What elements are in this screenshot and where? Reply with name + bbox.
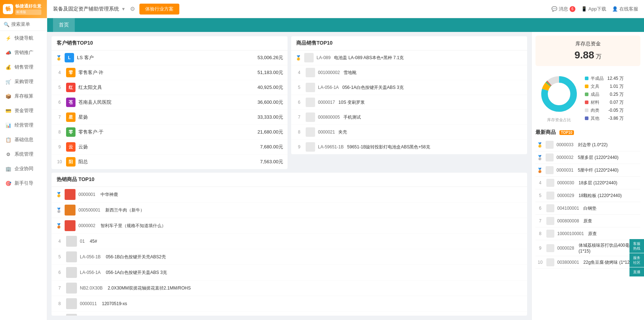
legend-item: 其他 -3.86 万 xyxy=(585,115,624,122)
marketing-icon: 📣 xyxy=(5,49,12,56)
sidebar-item-enterprise[interactable]: 🏢 企业协同 xyxy=(0,161,47,176)
trial-button[interactable]: 体验行业方案 xyxy=(139,4,179,15)
legend-item: 肉类 -0.05 万 xyxy=(585,107,624,114)
avatar: 云 xyxy=(66,142,76,152)
list-item: 🥈 0000032 5厘多层 (1220*2440) xyxy=(535,151,640,164)
direct-button[interactable]: 直播 xyxy=(629,267,644,276)
main-columns: 客户销售TOP10 🥇 L LS 客户 53,006.26元 4 xyxy=(52,36,527,169)
product-thumbnail xyxy=(546,258,554,266)
list-item: 10 阳 阳总 7,563.00元 xyxy=(52,155,288,169)
medal-icon: 🥉 xyxy=(56,223,62,229)
sidebar-item-finance[interactable]: 💳 资金管理 xyxy=(0,103,47,118)
legend-item: 文具 1.01 万 xyxy=(585,83,624,90)
customer-service-button[interactable]: 👤 在线客服 xyxy=(612,6,638,12)
hot-products-list: 🥇 0000001 中华神鹿 🥈 000500001 新西兰牛肉（新牛） 🥉 xyxy=(52,187,527,316)
product-image xyxy=(65,220,76,231)
service-icon: 👤 xyxy=(612,6,618,12)
product-image xyxy=(66,314,77,316)
sidebar-item-purchase[interactable]: 🛒 采购管理 xyxy=(0,74,47,89)
list-item: 🥉 0000031 5厘中纤 (1220*2440) xyxy=(535,164,640,177)
list-item: 4 001000002 雪地靴 xyxy=(291,65,527,80)
list-item: 5 0000029 18颗粒板 (1220*2440) xyxy=(535,189,640,202)
gear-icon[interactable]: ⚙ xyxy=(130,5,135,12)
product-image xyxy=(65,205,76,216)
product-sales-card: 商品销售TOP10 🥇 LA-089 电池盖 LA-089 ABS本色+黑种 7… xyxy=(291,36,527,154)
product-image xyxy=(306,112,315,122)
medal-icon: 🥇 xyxy=(56,192,62,197)
sidebar-item-inventory[interactable]: 📦 库存核算 xyxy=(0,89,47,103)
product-thumbnail xyxy=(546,230,554,238)
logo-text: 畅捷通好生意 标准版 xyxy=(15,3,41,15)
customer-hotline-button[interactable]: 客服 热线 xyxy=(629,239,644,253)
product-image xyxy=(65,189,76,200)
service-community-button[interactable]: 服务 社区 xyxy=(629,253,644,267)
sales-icon: 💰 xyxy=(5,64,12,70)
customer-list: 🥇 L LS 客户 53,006.26元 4 零 零售客户·许 51,183.0… xyxy=(52,50,288,169)
sidebar-item-system[interactable]: ⚙ 系统管理 xyxy=(0,147,47,161)
hot-products-card: 热销商品 TOP10 🥇 0000001 中华神鹿 🥈 000500001 新西… xyxy=(52,173,527,316)
quick-nav-icon: ⚡ xyxy=(5,35,12,41)
medal-icon: 🥈 xyxy=(537,155,543,160)
list-item: 4 01 45# xyxy=(52,234,527,249)
list-item: 6 0000017 10S 变刷罗浆 xyxy=(291,95,527,110)
sidebar-navigation: ⚡ 快捷导航 📣 营销推广 💰 销售管理 🛒 采购管理 📦 库存核算 💳 资金管… xyxy=(0,31,47,320)
enterprise-icon: 🏢 xyxy=(5,165,12,172)
list-item: 6 LA-056-1A 056-1A白色按键开关盖ABS 3克 xyxy=(52,265,527,280)
list-item: 🥇 0000001 中华神鹿 xyxy=(52,187,527,202)
list-item: 6 004100001 白钢垫 xyxy=(535,202,640,215)
list-item: 🥇 LA-089 电池盖 LA-089 ABS本色+黑种 7.1克 xyxy=(291,50,527,65)
inventory-icon: 📦 xyxy=(5,93,12,99)
sidebar-item-operation[interactable]: 📊 经营管理 xyxy=(0,118,47,132)
list-item: 🥈 000500001 新西兰牛肉（新牛） xyxy=(52,202,527,218)
dropdown-arrow-icon[interactable]: ▼ xyxy=(121,7,126,12)
app-download-button[interactable]: 📱 App下载 xyxy=(581,6,606,12)
avatar: 苍 xyxy=(66,98,76,107)
list-item: 7 000800005 手机测试 xyxy=(291,110,527,125)
list-item: 4 零 零售客户·许 51,183.00元 xyxy=(52,65,288,80)
guide-icon: 🎯 xyxy=(5,180,12,186)
product-thumbnail xyxy=(546,244,554,252)
new-products-title: 最新商品 TOP10 xyxy=(535,126,640,139)
inventory-summary: 库存总资金 9.88 万 xyxy=(535,36,640,66)
customer-top10-header: 客户销售TOP10 xyxy=(52,36,288,50)
list-item: 9 云 云扬 7,680.00元 xyxy=(52,140,288,155)
list-item: 10 003800001 22g鱼豆腐·烧烤味 (1*12*20) xyxy=(535,256,640,269)
list-item: 5 LA-056-1B 056-1B白色按键开关壳ABS2壳 xyxy=(52,249,527,265)
list-item: 🥇 L LS 客户 53,006.26元 xyxy=(52,50,288,65)
product-image xyxy=(66,236,77,247)
message-icon: 💬 xyxy=(551,6,557,12)
product-thumbnail xyxy=(546,204,554,212)
topbar: 装备及固定资产辅助管理系统 ▼ ⚙ 体验行业方案 💬 消息 6 📱 App下载 … xyxy=(47,0,644,18)
list-item: 9 LA-59651-1B 59651-1B旋转投影灯电池盒ABS黑色+58克 xyxy=(291,140,527,154)
search-menu-button[interactable]: 🔍 搜索菜单 xyxy=(4,21,30,28)
content-left: 客户销售TOP10 🥇 L LS 客户 53,006.26元 4 xyxy=(47,32,531,320)
nav-home[interactable]: 首页 xyxy=(53,18,75,32)
product-sales-list: 🥇 LA-089 电池盖 LA-089 ABS本色+黑种 7.1克 4 xyxy=(291,50,527,154)
product-thumbnail xyxy=(546,166,554,174)
list-item: 🥇 0000033 封边带 (1.0*22) xyxy=(535,139,640,151)
product-image xyxy=(304,53,314,62)
sidebar-item-quick-nav[interactable]: ⚡ 快捷导航 xyxy=(0,31,47,45)
list-item: 7 000800008 原查 xyxy=(535,215,640,227)
right-panel: 库存总资金 9.88 万 xyxy=(531,32,644,320)
message-button[interactable]: 💬 消息 6 xyxy=(551,6,575,12)
list-item: 8 0000021 夹壳 xyxy=(291,125,527,140)
sidebar-search-area[interactable]: 🔍 搜索菜单 xyxy=(0,18,47,31)
new-products-list: 🥇 0000033 封边带 (1.0*22) 🥈 0000032 5厘多层 (1… xyxy=(535,139,640,269)
list-item: 🥉 0000002 智利车子里（规格不知道填什么） xyxy=(52,218,527,234)
legend-item: 材料 0.07 万 xyxy=(585,99,624,106)
list-item: 9 0000028 体城荔核味苏打饮品400毫升 (1*15) xyxy=(535,240,640,256)
donut-chart: 库存资金占比 xyxy=(539,74,579,123)
product-image xyxy=(66,283,77,294)
sidebar-item-sales[interactable]: 💰 销售管理 xyxy=(0,60,47,74)
new-products-section: 最新商品 TOP10 🥇 0000033 封边带 (1.0*22) 🥈 0000… xyxy=(535,126,640,269)
sidebar-item-guide[interactable]: 🎯 新手引导 xyxy=(0,176,47,190)
system-icon: ⚙ xyxy=(5,151,12,157)
product-thumbnail xyxy=(546,217,554,225)
list-item: 8 零 零售客户·于 21,680.00元 xyxy=(52,125,288,140)
sidebar-item-basic[interactable]: 📋 基础信息 xyxy=(0,132,47,147)
inventory-legend: 半成品 12.45 万 文具 1.01 万 成品 0.25 万 xyxy=(585,75,624,122)
list-item: 6 苍 苍南县人民医院 36,600.00元 xyxy=(52,95,288,110)
list-item: 4 0000030 18多层 (1220*2440) xyxy=(535,177,640,189)
sidebar-item-marketing[interactable]: 📣 营销推广 xyxy=(0,45,47,60)
